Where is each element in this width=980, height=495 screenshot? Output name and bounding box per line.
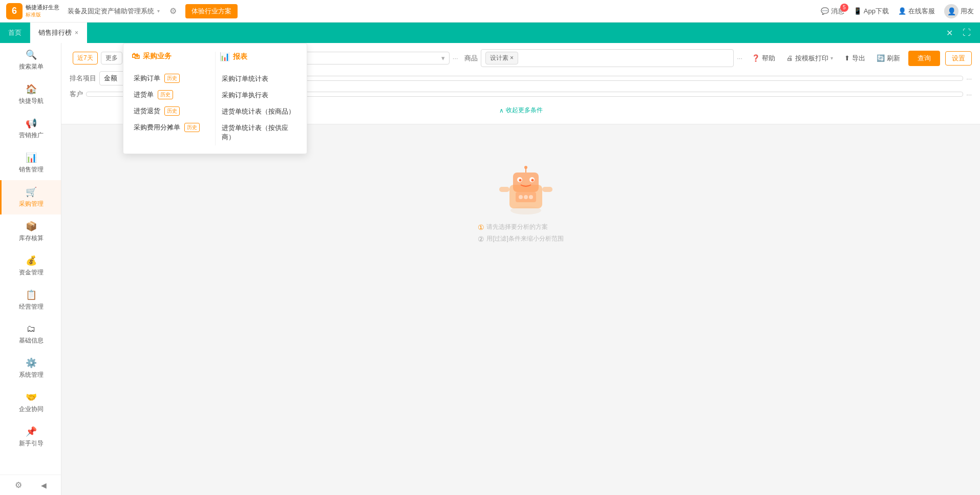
settings-icon[interactable]: ⚙ (166, 4, 180, 18)
refresh-icon: 🔄 (877, 54, 885, 62)
svg-point-8 (524, 166, 527, 169)
tab-close-icon[interactable]: × (75, 29, 78, 36)
app-download-label: App下载 (864, 7, 889, 16)
collapse-label: 收起更多条件 (506, 106, 543, 115)
tab-close-all-icon[interactable]: ✕ (942, 28, 956, 38)
expense-badge: 历史 (184, 123, 200, 132)
goods-more[interactable]: ··· (737, 54, 742, 62)
system-title-dropdown[interactable]: ▾ (157, 8, 160, 14)
system-title-text: 装备及固定资产辅助管理系统 (68, 7, 154, 16)
purchase-title-text: 采购业务 (143, 52, 172, 61)
sidebar-item-finance[interactable]: 💰 资金管理 (0, 249, 61, 283)
sidebar-purchase-mgmt-label: 采购管理 (19, 200, 44, 208)
sidebar-finance-label: 资金管理 (19, 268, 44, 277)
rank-value: 金额 (104, 74, 117, 83)
user-item[interactable]: 👤 用友 (944, 4, 974, 18)
goods-label: 商品 (464, 54, 478, 63)
print-label: 按模板打印 (795, 54, 828, 63)
app-download-item[interactable]: 📱 App下载 (854, 7, 889, 16)
refresh-btn[interactable]: 🔄 刷新 (874, 52, 903, 65)
purchase-exec-label: 采购订单执行表 (222, 91, 268, 100)
empty-hint-2: ② 用[过滤]条件来缩小分析范围 (478, 234, 564, 243)
user-label: 用友 (961, 7, 974, 16)
content-area: 近7天 更多 自定义 12-31 单据状态 ▾ ··· 商品 (61, 43, 980, 495)
tab-bar-actions: ✕ ⛶ (942, 23, 980, 43)
online-service-item[interactable]: 👤 在线客服 (898, 7, 935, 16)
sidebar-item-quick-nav[interactable]: 🏠 快捷导航 (0, 77, 61, 112)
expense-label: 采购费用分摊单 (134, 123, 180, 132)
dropdown-item-purchase-order[interactable]: 采购订单 历史 (132, 70, 211, 87)
tab-home-label: 首页 (8, 28, 22, 37)
industry-button[interactable]: 体验行业方案 (185, 4, 238, 18)
sidebar-item-guide[interactable]: 📌 新手引导 (0, 420, 61, 454)
rank-label: 排名项目 (70, 74, 96, 83)
logo-edition: 标准版 (26, 11, 59, 18)
dropdown-item-inbound-stat-supplier[interactable]: 进货单统计表（按供应商） (220, 120, 299, 145)
bill-status-more[interactable]: ··· (453, 54, 458, 62)
goods-select[interactable]: 设计素 × (481, 49, 734, 67)
sidebar-item-basic-info[interactable]: 🗂 基础信息 (0, 317, 61, 351)
svg-point-14 (529, 195, 533, 199)
sidebar: 🔍 搜索菜单 🏠 快捷导航 📢 营销推广 📊 销售管理 🛒 采购管理 📦 库存核… (0, 43, 61, 495)
dropdown-item-return[interactable]: 进货退货 历史 (132, 103, 211, 119)
sidebar-item-enterprise[interactable]: 🤝 企业协同 (0, 385, 61, 420)
tab-sales-rank[interactable]: 销售排行榜 × (30, 23, 87, 43)
dropdown-divider (215, 52, 216, 145)
help-icon: ❓ (752, 54, 760, 62)
report-col: 📊 报表 采购订单统计表 采购订单执行表 进货单统计表（按商品） 进货单统计表（… (220, 52, 299, 145)
sidebar-settings-icon[interactable]: ⚙ (15, 480, 22, 490)
date-7days-btn[interactable]: 近7天 (73, 52, 98, 64)
sidebar-system-mgmt-label: 系统管理 (19, 371, 44, 379)
messages-badge: 5 (840, 4, 848, 12)
sidebar-item-operation[interactable]: 📋 经营管理 (0, 283, 61, 317)
online-service-label: 在线客服 (908, 7, 935, 16)
sidebar-item-purchase-mgmt[interactable]: 🛒 采购管理 (0, 180, 61, 214)
sidebar-quick-nav-label: 快捷导航 (19, 97, 44, 105)
print-btn[interactable]: 🖨 按模板打印 ▾ (783, 52, 836, 65)
messages-item[interactable]: 💬 消息 5 (821, 7, 844, 16)
main-layout: 🔍 搜索菜单 🏠 快捷导航 📢 营销推广 📊 销售管理 🛒 采购管理 📦 库存核… (0, 43, 980, 495)
dropdown-item-inbound-stat-goods[interactable]: 进货单统计表（按商品） (220, 103, 299, 120)
dropdown-item-inbound[interactable]: 进货单 历史 (132, 87, 211, 103)
hint1-text: 请先选择要分析的方案 (486, 223, 548, 231)
dropdown-item-purchase-exec[interactable]: 采购订单执行表 (220, 87, 299, 103)
sidebar-item-marketing[interactable]: 📢 营销推广 (0, 112, 61, 146)
sidebar-item-search-menu[interactable]: 🔍 搜索菜单 (0, 43, 61, 77)
purchase-order-badge: 历史 (164, 74, 180, 83)
svg-point-6 (531, 179, 534, 182)
export-icon: ⬆ (844, 54, 850, 62)
date-more-btn[interactable]: 更多 (101, 52, 122, 64)
purchase-stat-label: 采购订单统计表 (222, 74, 268, 83)
dropdown-item-expense[interactable]: 采购费用分摊单 历史 (132, 119, 211, 136)
svg-point-5 (519, 179, 522, 182)
export-btn[interactable]: ⬆ 导出 (841, 52, 868, 65)
tab-sales-rank-label: 销售排行榜 (38, 28, 72, 37)
top-bar-right: 💬 消息 5 📱 App下载 👤 在线客服 👤 用友 (821, 4, 974, 18)
purchase-section-icon: 🛍 (132, 52, 140, 61)
set-button[interactable]: 设置 (945, 51, 972, 66)
svg-rect-10 (542, 187, 552, 192)
sidebar-item-inventory[interactable]: 📦 库存核算 (0, 214, 61, 249)
tab-home[interactable]: 首页 (0, 23, 30, 43)
report-title-text: 报表 (233, 52, 247, 61)
help-btn[interactable]: ❓ 帮助 (749, 52, 778, 65)
logo-icon: 6 (6, 3, 23, 19)
bill-status-arrow: ▾ (441, 54, 445, 62)
hint2-icon: ② (478, 235, 484, 243)
help-label: 帮助 (762, 54, 775, 63)
dropdown-item-purchase-stat[interactable]: 采购订单统计表 (220, 71, 299, 87)
tab-bar: 首页 销售排行榜 × ✕ ⛶ (0, 23, 980, 43)
sidebar-item-system-mgmt[interactable]: ⚙️ 系统管理 (0, 351, 61, 385)
query-button[interactable]: 查询 (908, 51, 940, 66)
sidebar-operation-label: 经营管理 (19, 303, 44, 311)
dropdown-menu: 🛍 采购业务 采购订单 历史 进货单 历史 进货退货 历史 采购费用分摊单 (123, 43, 307, 154)
tab-maximize-icon[interactable]: ⛶ (960, 28, 974, 37)
sidebar-item-sales-mgmt[interactable]: 📊 销售管理 (0, 146, 61, 180)
salesman-more[interactable]: ··· (966, 75, 972, 82)
customer-label: 客户 (70, 90, 83, 99)
sidebar-collapse-icon[interactable]: ◀ (41, 481, 47, 489)
customer-more[interactable]: ··· (966, 91, 972, 98)
system-title-area: 装备及固定资产辅助管理系统 ▾ ⚙ (68, 4, 180, 18)
quick-nav-icon: 🏠 (26, 83, 37, 95)
hint1-icon: ① (478, 223, 484, 231)
